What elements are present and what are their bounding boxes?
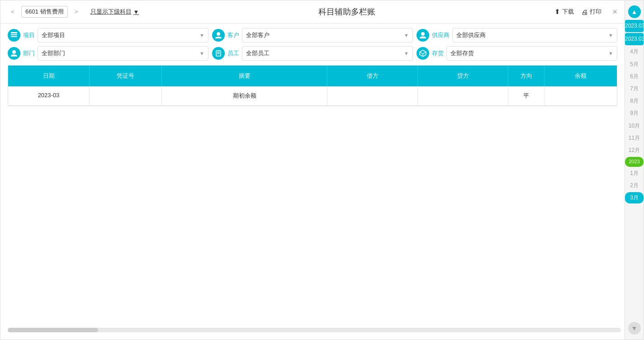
- sidebar-item-10[interactable]: 12月: [625, 144, 644, 156]
- filter-department: 部门 全部部门 ▼: [8, 46, 208, 61]
- chevron-down-icon: ▼: [404, 33, 409, 38]
- sidebar-item-3[interactable]: 5月: [625, 58, 644, 71]
- account-tag: 6601 销售费用: [21, 6, 68, 18]
- sidebar-item-4[interactable]: 6月: [625, 71, 644, 83]
- svg-rect-2: [11, 36, 17, 37]
- sub-account-btn[interactable]: 只显示下级科目 ▼: [90, 8, 139, 16]
- main-content: ＜ 6601 销售费用 ＞ 只显示下级科目 ▼ 科目辅助多栏账 ⬆ 下载 🖨: [0, 0, 625, 106]
- department-select[interactable]: 全部部门 ▼: [38, 46, 208, 61]
- employee-icon: [212, 47, 225, 60]
- filter-row-1: 项目 全部项目 ▼ 客户 全部客户 ▼: [8, 28, 617, 42]
- next-account-btn[interactable]: ＞: [71, 7, 81, 17]
- right-sidebar: ▲ 2023.03 2023.03 4月 5月 6月 7月 8月 9月 10月: [625, 0, 644, 340]
- print-icon: 🖨: [581, 8, 588, 16]
- chevron-down-icon: ▼: [199, 51, 204, 56]
- customer-select[interactable]: 全部客户 ▼: [242, 28, 413, 42]
- employee-select[interactable]: 全部员工 ▼: [242, 46, 413, 61]
- svg-rect-5: [216, 51, 221, 56]
- sidebar-item-2[interactable]: 4月: [625, 46, 644, 58]
- sidebar-item-year-2023[interactable]: 2023: [625, 157, 644, 167]
- cell-balance: [545, 86, 617, 105]
- inventory-label: 存货: [432, 49, 444, 57]
- sidebar-item-5[interactable]: 7月: [625, 83, 644, 95]
- cell-summary: 期初余额: [162, 86, 327, 105]
- filter-inventory: 存货 全部存货 ▼: [417, 46, 617, 61]
- cell-voucher: [90, 86, 162, 105]
- sidebar-item-6[interactable]: 8月: [625, 95, 644, 107]
- chevron-down-icon: ▼: [133, 9, 139, 15]
- col-voucher: 凭证号: [90, 66, 162, 86]
- supplier-label: 供应商: [432, 31, 450, 39]
- cell-date: 2023-03: [8, 86, 90, 105]
- chevron-down-icon: ▼: [199, 33, 204, 38]
- sidebar-item-14[interactable]: 3月: [625, 192, 644, 203]
- project-select[interactable]: 全部项目 ▼: [38, 28, 208, 42]
- sidebar-item-13[interactable]: 2月: [625, 179, 644, 192]
- supplier-icon: [417, 29, 429, 42]
- project-label: 项目: [23, 31, 35, 39]
- col-debit: 借方: [327, 66, 418, 86]
- chevron-down-icon: ▼: [404, 51, 409, 56]
- cell-debit: [327, 86, 418, 105]
- col-balance: 余额: [545, 66, 617, 86]
- filter-project: 项目 全部项目 ▼: [8, 28, 208, 42]
- chevron-down-icon: ▼: [608, 33, 613, 38]
- cell-credit: [418, 86, 508, 105]
- inventory-icon: [417, 47, 429, 60]
- sidebar-item-1[interactable]: 2023.03: [625, 33, 644, 45]
- col-date: 日期: [8, 66, 90, 86]
- download-btn[interactable]: ⬆ 下载: [554, 8, 574, 16]
- col-direction: 方向: [508, 66, 545, 86]
- svg-rect-1: [11, 34, 17, 35]
- sidebar-item-7[interactable]: 9月: [625, 107, 644, 119]
- col-summary: 摘要: [162, 66, 327, 86]
- table-header: 日期 凭证号 摘要 借方 贷方 方向 余额: [8, 66, 617, 86]
- department-icon: [8, 47, 20, 60]
- customer-label: 客户: [227, 31, 239, 39]
- sidebar-down-btn[interactable]: ▼: [628, 322, 641, 335]
- table-row[interactable]: 2023-03 期初余额 平: [8, 86, 617, 106]
- svg-rect-0: [11, 32, 17, 33]
- chevron-down-icon: ▼: [608, 51, 613, 56]
- department-label: 部门: [23, 49, 35, 57]
- employee-label: 员工: [227, 49, 239, 57]
- table-container: 日期 凭证号 摘要 借方 贷方 方向 余额 2023-03 期初余额 平: [8, 65, 617, 106]
- horizontal-scrollbar[interactable]: [8, 328, 621, 332]
- sidebar-up-btn[interactable]: ▲: [628, 5, 641, 18]
- svg-point-4: [12, 50, 16, 54]
- page-title: 科目辅助多栏账: [142, 6, 551, 17]
- col-credit: 贷方: [418, 66, 508, 86]
- sidebar-item-8[interactable]: 10月: [625, 120, 644, 132]
- supplier-select[interactable]: 全部供应商 ▼: [452, 28, 617, 42]
- filter-area: 项目 全部项目 ▼ 客户 全部客户 ▼: [0, 24, 625, 65]
- download-icon: ⬆: [554, 8, 560, 16]
- main-container: ▲ 2023.03 2023.03 4月 5月 6月 7月 8月 9月 10月: [0, 0, 644, 340]
- cell-direction: 平: [508, 86, 545, 105]
- filter-employee: 员工 全部员工 ▼: [212, 46, 413, 61]
- sidebar-item-9[interactable]: 11月: [625, 132, 644, 144]
- inventory-select[interactable]: 全部存货 ▼: [446, 46, 617, 61]
- project-icon: [8, 29, 20, 42]
- sidebar-item-0[interactable]: 2023.03: [625, 20, 644, 32]
- filter-row-2: 部门 全部部门 ▼ 员工 全部员: [8, 46, 617, 61]
- close-btn[interactable]: ×: [612, 7, 617, 17]
- prev-account-btn[interactable]: ＜: [8, 7, 18, 17]
- customer-icon: [212, 29, 225, 42]
- filter-supplier: 供应商 全部供应商 ▼: [417, 28, 617, 42]
- print-btn[interactable]: 🖨 打印: [581, 8, 601, 16]
- filter-customer: 客户 全部客户 ▼: [212, 28, 413, 42]
- svg-point-3: [421, 32, 425, 36]
- sidebar-item-12[interactable]: 1月: [625, 167, 644, 179]
- header: ＜ 6601 销售费用 ＞ 只显示下级科目 ▼ 科目辅助多栏账 ⬆ 下载 🖨: [0, 0, 625, 24]
- action-btns: ⬆ 下载 🖨 打印 ×: [554, 7, 617, 17]
